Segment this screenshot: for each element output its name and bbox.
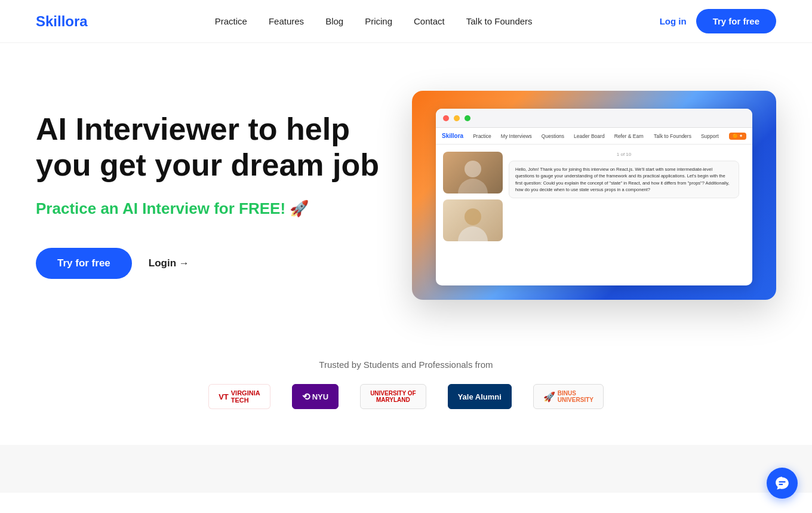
nyu-logo: ⟲ NYU — [292, 384, 339, 409]
app-nav-practice: Practice — [473, 133, 491, 139]
nav-pricing[interactable]: Pricing — [365, 16, 392, 26]
male-avatar — [443, 199, 503, 241]
umd-logo: UNIVERSITY OFMARYLAND — [360, 384, 426, 409]
vt-icon: VT — [219, 392, 229, 401]
avatar-body-2 — [458, 226, 488, 241]
trust-label: Trusted by Students and Professionals fr… — [36, 360, 776, 370]
hero-actions: Try for free Login → — [36, 248, 382, 279]
trust-logos: VT VIRGINIATECH ⟲ NYU UNIVERSITY OFMARYL… — [36, 384, 776, 409]
nav-practice[interactable]: Practice — [215, 16, 247, 26]
hero-login-link[interactable]: Login → — [149, 257, 189, 269]
female-avatar — [443, 152, 503, 193]
nav-talk-to-founders[interactable]: Talk to Founders — [466, 16, 533, 26]
app-nav-refer: Refer & Earn — [614, 133, 644, 139]
interviewer-video — [443, 152, 503, 193]
nav-blog[interactable]: Blog — [325, 16, 343, 26]
window-topbar — [436, 109, 752, 128]
close-dot — [443, 115, 449, 121]
nav-links: Practice Features Blog Pricing Contact T… — [215, 16, 533, 26]
app-nav-talk: Talk to Founders — [654, 133, 691, 139]
login-button[interactable]: Log in — [660, 16, 687, 26]
nyu-symbol: ⟲ — [302, 391, 310, 403]
app-nav-questions: Questions — [542, 133, 564, 139]
app-nav-my-interviews: My Interviews — [501, 133, 532, 139]
nav-actions: Log in Try for free — [660, 9, 776, 33]
binus-text: BINUSUNIVERSITY — [558, 390, 593, 403]
hero-right: Skillora Practice My Interviews Question… — [382, 91, 776, 300]
try-for-free-button[interactable]: Try for free — [696, 9, 776, 33]
app-nav-leaderboard: Leader Board — [574, 133, 605, 139]
mockup-window: Skillora Practice My Interviews Question… — [436, 109, 752, 285]
app-nav-support: Support — [701, 133, 719, 139]
yale-text: Yale Alumni — [458, 392, 502, 401]
nav-features[interactable]: Features — [269, 16, 304, 26]
expand-dot — [465, 115, 470, 121]
app-brand: Skillora — [442, 133, 463, 139]
footer-area — [0, 445, 812, 493]
hero-title: AI Interviewer to help you get your drea… — [36, 112, 382, 183]
question-counter: 1 of 10 — [509, 152, 739, 157]
minimize-dot — [454, 115, 460, 121]
chat-panel: 1 of 10 Hello, John! Thank you for joini… — [503, 152, 745, 278]
chat-message: Hello, John! Thank you for joining this … — [509, 161, 739, 198]
app-content: 1 of 10 Hello, John! Thank you for joini… — [436, 145, 752, 285]
avatar-head-2 — [465, 208, 481, 225]
virginia-tech-logo: VT VIRGINIATECH — [208, 384, 270, 409]
app-navbar: Skillora Practice My Interviews Question… — [436, 128, 752, 145]
chat-widget-button[interactable] — [767, 468, 798, 499]
nav-contact[interactable]: Contact — [414, 16, 445, 26]
hero-subtitle: Practice an AI Interview for FREE! 🚀 — [36, 199, 382, 218]
interviewee-video — [443, 199, 503, 241]
video-feeds — [443, 152, 503, 278]
binus-icon: 🚀 — [543, 391, 555, 403]
hero-section: AI Interviewer to help you get your drea… — [0, 43, 812, 336]
vt-text: VIRGINIATECH — [231, 389, 260, 404]
avatar-head — [465, 161, 481, 177]
hero-try-button[interactable]: Try for free — [36, 248, 132, 279]
avatar-body — [458, 179, 488, 193]
trust-section: Trusted by Students and Professionals fr… — [0, 336, 812, 445]
app-nav-user-btn: 🟠 ✦ — [729, 133, 746, 140]
yale-logo: Yale Alumni — [448, 384, 512, 409]
chat-widget-icon — [774, 475, 790, 491]
brand-logo[interactable]: Skillora — [36, 13, 88, 30]
app-screenshot: Skillora Practice My Interviews Question… — [412, 91, 776, 300]
umd-text: UNIVERSITY OFMARYLAND — [370, 390, 416, 403]
nyu-text: NYU — [312, 392, 328, 401]
navbar: Skillora Practice Features Blog Pricing … — [0, 0, 812, 43]
binus-logo: 🚀 BINUSUNIVERSITY — [533, 384, 604, 409]
hero-left: AI Interviewer to help you get your drea… — [36, 112, 382, 279]
